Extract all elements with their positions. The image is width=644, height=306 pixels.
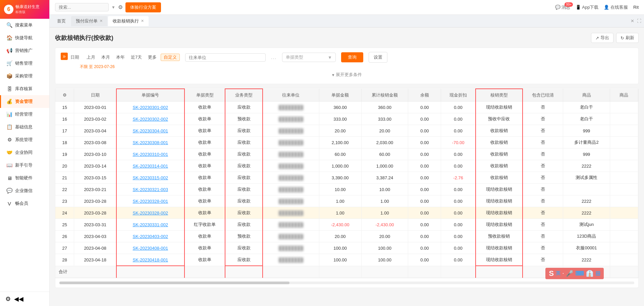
collapse-icon[interactable]: ◀◀ <box>14 295 23 303</box>
expand-more-btn[interactable]: ▾ 展开更多条件 <box>61 72 633 78</box>
partner-input[interactable] <box>189 55 262 60</box>
row-goods2 <box>610 137 638 148</box>
sidebar-item-operation[interactable]: 📊 经营管理 <box>0 108 49 121</box>
sidebar-item-sales[interactable]: 🛒 销售管理 <box>0 57 49 70</box>
order-link[interactable]: SK-20230328-001 <box>133 199 168 204</box>
row-date: 2023-03-28 <box>74 195 116 207</box>
row-biz-type: 应收款 <box>225 254 263 266</box>
row-goods1: 多计量商品2 <box>563 137 610 148</box>
order-link[interactable]: SK-20230301-002 <box>133 105 168 110</box>
topbar-gear-icon[interactable]: ⚙ <box>118 4 123 10</box>
topbar-search-input[interactable] <box>55 3 109 11</box>
order-link[interactable]: SK-20230328-002 <box>133 210 168 216</box>
row-date: 2023-03-28 <box>74 207 116 219</box>
more-btn[interactable]: 更多 <box>146 54 159 61</box>
table-row: 22 2023-03-21 SK-20230321-003 收款单 应收款 ██… <box>55 184 638 195</box>
partner-blurred: ████████ <box>279 164 304 169</box>
sidebar-item-search[interactable]: 🔍 搜索菜单 <box>0 19 49 32</box>
order-link[interactable]: SK-20230418-001 <box>133 257 168 262</box>
app-download-link[interactable]: 📱 App下载 <box>576 4 598 10</box>
row-partner: ████████ <box>263 137 319 148</box>
sidebar-item-marketing[interactable]: 📢 营销推广 <box>0 44 49 57</box>
sidebar-item-finance[interactable]: 💰 资金管理 <box>0 95 49 108</box>
this-year-btn[interactable]: 本年 <box>114 54 127 61</box>
export-button[interactable]: ↗ 导出 <box>591 33 613 43</box>
sidebar-item-guide[interactable]: 📖 新手引导 <box>0 159 49 172</box>
window-expand-icon[interactable]: ⛶ <box>637 18 641 23</box>
order-link[interactable]: SK-20230302-002 <box>133 117 168 122</box>
row-partner: ████████ <box>263 231 319 242</box>
main-area: ▼ ⚙ 体验行业方案 💬 消息 99+ 📱 App下载 👤 在线客服 Rit 首… <box>50 0 644 306</box>
row-date: 2023-03-01 <box>74 102 116 113</box>
sidebar-item-enterprise[interactable]: 🤝 企业协同 <box>0 146 49 159</box>
row-amount: 10.00 <box>319 184 361 195</box>
tab-receipt-writeoff[interactable]: 收款核销执行 ✕ <box>108 16 149 26</box>
order-link[interactable]: SK-20230403-002 <box>133 234 168 239</box>
row-include: 否 <box>523 219 563 231</box>
tab-prepay[interactable]: 预付应付单 ✕ <box>71 16 107 26</box>
row-goods2 <box>610 184 638 195</box>
wechat-icon: 💬 <box>6 188 12 194</box>
logo-area: 6 畅康道好生意 标推版 <box>0 0 49 19</box>
sidebar-item-quick[interactable]: 🏠 快捷导航 <box>0 32 49 44</box>
query-button[interactable]: 查询 <box>341 52 363 62</box>
window-close-icon[interactable]: ✕ <box>631 18 634 23</box>
sidebar-item-system[interactable]: ⚙ 系统管理 <box>0 133 49 146</box>
col-header-gear[interactable]: ⚙ <box>55 89 74 102</box>
sidebar-item-wechat[interactable]: 💬 企业微信 <box>0 184 49 197</box>
order-type-select[interactable]: 单据类型 ▼ <box>282 53 336 62</box>
horizontal-scrollbar[interactable] <box>59 282 634 284</box>
row-num: 18 <box>55 137 74 148</box>
row-writeoff: 1,000.00 <box>361 160 408 172</box>
tab-home[interactable]: 首页 <box>52 16 70 26</box>
row-order-type: 收款单 <box>184 160 225 172</box>
order-link[interactable]: SK-20230310-001 <box>133 152 168 157</box>
settings-button[interactable]: 设置 <box>369 52 387 63</box>
online-service-link[interactable]: 👤 在线客服 <box>604 4 628 10</box>
row-order-no: SK-20230328-002 <box>116 207 184 219</box>
sidebar-item-basic[interactable]: 📋 基础信息 <box>0 121 49 133</box>
filter-panel: » 日期 上月 本月 本年 近7天 更多 自定义 <box>55 48 639 84</box>
row-goods1: 999 <box>563 125 610 137</box>
filter-dots: ... <box>271 55 277 60</box>
order-link[interactable]: SK-20230314-001 <box>133 164 168 169</box>
order-link[interactable]: SK-20230408-001 <box>133 246 168 251</box>
row-order-type: 红字收款单 <box>184 219 225 231</box>
row-include: 否 <box>523 125 563 137</box>
sidebar-item-hardware[interactable]: 🖥 智能硬件 <box>0 172 49 184</box>
this-month-btn[interactable]: 本月 <box>99 54 112 61</box>
refresh-button[interactable]: ↻ 刷新 <box>616 33 639 43</box>
row-biz-type: 应收款 <box>225 125 263 137</box>
order-link[interactable]: SK-20230321-003 <box>133 187 168 192</box>
purchase-icon: 📦 <box>6 73 12 79</box>
order-link[interactable]: SK-20230331-002 <box>133 222 168 227</box>
partner-input-wrap[interactable] <box>185 53 266 62</box>
last7-btn[interactable]: 近7天 <box>129 54 144 61</box>
tab-close-prepay[interactable]: ✕ <box>100 19 103 23</box>
row-order-type: 收款单 <box>184 148 225 160</box>
table-row: 25 2023-03-31 SK-20230331-002 红字收款单 应收款 … <box>55 219 638 231</box>
row-write-type: 收款核销 <box>476 137 523 148</box>
row-writeoff: -2,430.00 <box>361 219 408 231</box>
row-include: 否 <box>523 102 563 113</box>
order-link[interactable]: SK-20230304-001 <box>133 128 168 133</box>
custom-btn[interactable]: 自定义 <box>161 54 180 61</box>
partner-blurred: ████████ <box>279 199 304 204</box>
order-link[interactable]: SK-20230308-001 <box>133 140 168 145</box>
message-badge[interactable]: 💬 消息 99+ <box>555 4 571 10</box>
last-month-btn[interactable]: 上月 <box>85 54 97 61</box>
filter-expand-btn[interactable]: » <box>61 53 68 60</box>
order-link[interactable]: SK-20230315-002 <box>133 175 168 180</box>
row-goods1: 测试jun <box>563 219 610 231</box>
sidebar-item-inventory[interactable]: 🗄 库存核算 <box>0 82 49 95</box>
solution-button[interactable]: 体验行业方案 <box>125 2 161 12</box>
row-partner: ████████ <box>263 195 319 207</box>
dropdown-arrow-icon: ▼ <box>111 5 115 10</box>
settings-icon[interactable]: ⚙ <box>5 295 11 303</box>
page-title: 收款核销执行(按收款) <box>55 34 113 42</box>
sidebar-item-member[interactable]: V 畅会员 <box>0 197 49 210</box>
tab-close-receipt[interactable]: ✕ <box>141 19 144 23</box>
sidebar-item-purchase[interactable]: 📦 采购管理 <box>0 70 49 82</box>
row-date: 2023-03-14 <box>74 160 116 172</box>
expand-icon: ▾ <box>332 72 334 77</box>
